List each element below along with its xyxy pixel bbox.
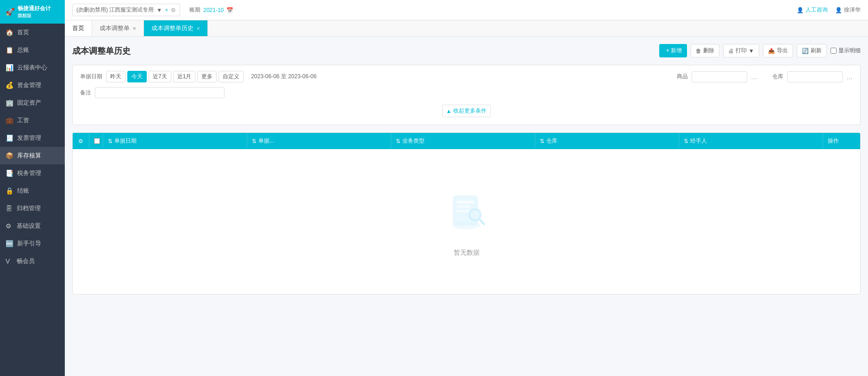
th-doc-no[interactable]: ⇅ 单据...: [247, 133, 391, 149]
sort-icon-biz-type: ⇅: [396, 138, 400, 144]
goods-label: 商品: [677, 73, 688, 81]
sidebar-item-closing[interactable]: 🔒 结账: [0, 182, 65, 200]
toolbar-actions: + 新增 🗑 删除 🖨 打印 ▼ 📤 导出: [659, 44, 861, 57]
sidebar-item-ledger[interactable]: 📋 总账: [0, 41, 65, 59]
sidebar-item-guide[interactable]: 🆕 新手引导: [0, 235, 65, 252]
company-dropdown-icon: ▼: [156, 7, 162, 13]
yesterday-btn[interactable]: 昨天: [106, 71, 125, 82]
today-btn[interactable]: 今天: [127, 71, 147, 82]
page-title-bar: 成本调整单历史 + 新增 🗑 删除 🖨 打印 ▼: [72, 44, 861, 57]
svg-line-7: [480, 219, 484, 224]
sidebar-item-salary[interactable]: 💼 工资: [0, 112, 65, 129]
new-btn[interactable]: + 新增: [659, 44, 687, 57]
content-area: 成本调整单历史 + 新增 🗑 删除 🖨 打印 ▼: [65, 37, 868, 376]
period-value: 2021-10: [203, 7, 224, 13]
settings-icon[interactable]: ⚙: [171, 7, 176, 13]
sidebar-item-inventory[interactable]: 📦 库存核算: [0, 147, 65, 164]
company-selector[interactable]: (勿删勿禁用) 江西服宝测试专用 ▼ + ⚙: [72, 4, 180, 16]
sidebar-item-home[interactable]: 🏠 首页: [0, 24, 65, 41]
page-tab-成本调整单[interactable]: 成本调整单✕: [92, 20, 144, 36]
sidebar-item-invoices[interactable]: 🧾 发票管理: [0, 129, 65, 147]
th-action: 操作: [823, 133, 860, 149]
export-icon: 📤: [768, 48, 775, 54]
empty-state: 暂无数据: [73, 149, 860, 294]
page-tabs: 首页成本调整单✕成本调整单历史✕: [65, 20, 868, 37]
collapse-btn[interactable]: ▲ 收起更多条件: [442, 105, 491, 117]
tab-close-btn[interactable]: ✕: [132, 26, 136, 31]
sidebar-item-settings[interactable]: ⚙ 基础设置: [0, 217, 65, 235]
th-warehouse-label: 仓库: [546, 137, 557, 145]
sidebar-item-member[interactable]: V 畅会员: [0, 252, 65, 270]
logo-icon: 🚀: [6, 7, 15, 16]
page-tab-首页[interactable]: 首页: [65, 20, 92, 36]
days7-btn[interactable]: 近7天: [149, 71, 171, 82]
date-label: 单据日期: [80, 73, 102, 81]
sidebar-item-archive[interactable]: 🗄 归档管理: [0, 200, 65, 217]
sort-icon-warehouse: ⇅: [540, 138, 544, 144]
delete-btn[interactable]: 🗑 删除: [691, 44, 719, 57]
page-tab-成本调整单历史[interactable]: 成本调整单历史✕: [144, 20, 208, 36]
th-warehouse[interactable]: ⇅ 仓库: [535, 133, 679, 149]
sidebar-item-assets[interactable]: 🏢 固定资产: [0, 94, 65, 112]
sort-icon-operator: ⇅: [684, 138, 688, 144]
select-all-checkbox[interactable]: [94, 138, 100, 144]
search-row-2: 备注: [80, 87, 853, 98]
custom-btn[interactable]: 自定义: [219, 71, 244, 82]
calendar-icon[interactable]: 📅: [226, 7, 233, 13]
table-header: ⚙ ⇅ 单据日期 ⇅ 单据... ⇅ 业务类型: [73, 133, 860, 149]
search-panel: 单据日期 昨天 今天 近7天 近1月 更多 自定义 2023-06-06 至 2…: [72, 65, 861, 125]
display-toggle-checkbox[interactable]: [831, 48, 837, 54]
assets-icon: 🏢: [6, 99, 13, 107]
export-btn[interactable]: 📤 导出: [763, 44, 793, 57]
sidebar-item-label: 结账: [17, 187, 29, 195]
sidebar-item-tax[interactable]: 📑 税务管理: [0, 164, 65, 182]
sidebar-item-funds[interactable]: 💰 资金管理: [0, 76, 65, 94]
svg-rect-3: [456, 206, 470, 207]
sidebar-item-label: 固定资产: [17, 99, 41, 107]
sidebar-item-label: 库存核算: [17, 151, 41, 160]
refresh-btn[interactable]: 🔄 刷新: [797, 44, 827, 57]
inventory-icon: 📦: [6, 152, 13, 159]
nav-logo: 🚀 畅捷通好会计 旗舰版: [0, 0, 65, 24]
refresh-icon: 🔄: [802, 48, 809, 54]
th-doc-date[interactable]: ⇅ 单据日期: [103, 133, 247, 149]
sidebar-item-reports[interactable]: 📊 云报表中心: [0, 59, 65, 76]
note-input[interactable]: [95, 87, 225, 98]
th-operator[interactable]: ⇅ 经手人: [679, 133, 823, 149]
tab-close-btn[interactable]: ✕: [196, 26, 200, 31]
add-company-icon[interactable]: +: [165, 7, 168, 13]
warehouse-field: 仓库 …: [772, 71, 853, 82]
th-biz-type[interactable]: ⇅ 业务类型: [391, 133, 535, 149]
warehouse-input[interactable]: [787, 71, 843, 82]
nav-sidebar: 🚀 畅捷通好会计 旗舰版 🏠 首页 📋 总账 📊 云报表中心 💰 资金管理 🏢 …: [0, 0, 65, 376]
service-icon: 👤: [797, 7, 804, 13]
th-gear[interactable]: ⚙: [73, 134, 89, 149]
goods-field: 商品 …: [677, 71, 757, 82]
invoices-icon: 🧾: [6, 134, 13, 142]
home-icon: 🏠: [6, 29, 13, 36]
tab-label: 成本调整单: [100, 24, 130, 32]
period-label: 账期: [189, 6, 200, 14]
th-checkbox[interactable]: [89, 134, 103, 148]
search-row-1: 单据日期 昨天 今天 近7天 近1月 更多 自定义 2023-06-06 至 2…: [80, 71, 853, 82]
company-name: (勿删勿禁用) 江西服宝测试专用: [76, 6, 154, 14]
reports-icon: 📊: [6, 64, 13, 71]
user-name-btn[interactable]: 👤 徐泽华: [835, 6, 861, 14]
th-operator-label: 经手人: [690, 137, 707, 145]
month1-btn[interactable]: 近1月: [173, 71, 196, 82]
empty-text: 暂无数据: [454, 249, 480, 257]
goods-input[interactable]: [692, 71, 747, 82]
warehouse-more-icon[interactable]: …: [846, 73, 853, 81]
date-field: 单据日期 昨天 今天 近7天 近1月 更多 自定义 2023-06-06 至 2…: [80, 71, 317, 82]
user-service-btn[interactable]: 👤 人工咨询: [797, 6, 828, 14]
th-doc-no-label: 单据...: [258, 137, 274, 145]
th-biz-type-label: 业务类型: [402, 137, 425, 145]
print-btn[interactable]: 🖨 打印 ▼: [723, 44, 759, 57]
closing-icon: 🔒: [6, 187, 13, 194]
delete-icon: 🗑: [696, 48, 701, 54]
goods-more-icon[interactable]: …: [751, 73, 757, 81]
empty-icon: [443, 186, 490, 241]
sidebar-item-label: 工资: [17, 116, 29, 125]
sort-icon-doc-no: ⇅: [252, 138, 256, 144]
more-btn[interactable]: 更多: [197, 71, 217, 82]
